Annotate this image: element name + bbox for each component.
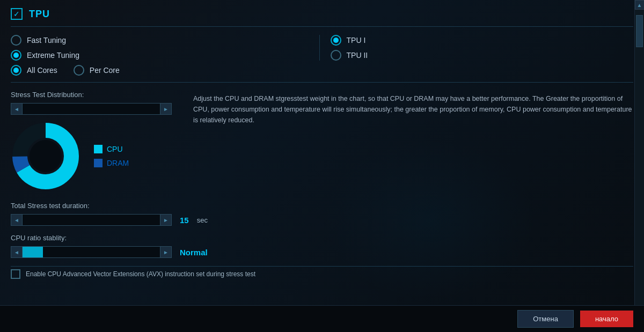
tpu-i-radio[interactable]: [331, 35, 341, 46]
arrow-right-icon-2: ►: [163, 217, 169, 223]
chart-legend: CPU DRAM: [94, 145, 129, 167]
per-core-label: Per Core: [90, 66, 120, 75]
arrow-left-icon: ◄: [14, 106, 19, 112]
chart-area: CPU DRAM: [11, 121, 182, 191]
stress-description: Adjust the CPU and DRAM stgresstest weig…: [193, 93, 633, 126]
svg-point-3: [30, 140, 62, 172]
ratio-slider-fill: [23, 247, 43, 257]
main-window: ✓ TPU Fast Tuning Extreme Tuning: [0, 0, 644, 332]
scroll-track[interactable]: [635, 10, 644, 322]
tpu-checkbox[interactable]: ✓: [11, 8, 23, 20]
check-icon: ✓: [13, 10, 20, 18]
page-title: TPU: [29, 9, 50, 20]
scrollbar[interactable]: ▲ ▼: [634, 0, 644, 332]
arrow-up-icon: ▲: [637, 2, 642, 8]
fast-tuning-radio[interactable]: [11, 35, 21, 46]
stress-test-area: Stress Test Distribution: ◄ ►: [11, 91, 633, 191]
dram-legend-color: [94, 159, 103, 167]
tpu-ii-label: TPU II: [347, 51, 368, 60]
all-cores-radio-fill: [13, 68, 19, 73]
arrow-right-icon: ►: [163, 106, 169, 112]
all-cores-radio[interactable]: [11, 65, 21, 76]
cpu-legend-item: CPU: [94, 145, 129, 153]
extreme-tuning-label: Extreme Tuning: [27, 51, 79, 60]
start-button[interactable]: начало: [580, 311, 633, 327]
slider-left-arrow[interactable]: ◄: [11, 103, 23, 115]
scroll-thumb[interactable]: [636, 15, 643, 47]
arrow-left-icon-2: ◄: [14, 217, 19, 223]
slider-track: [23, 103, 160, 115]
stress-right: Adjust the CPU and DRAM stgresstest weig…: [193, 91, 633, 191]
ratio-label: CPU ratio stablity:: [11, 234, 633, 242]
avx-checkbox-row[interactable]: Enable CPU Advanced Vector Extensions (A…: [11, 266, 633, 279]
ratio-slider-left[interactable]: ◄: [11, 246, 23, 258]
duration-unit: sec: [197, 216, 208, 224]
ratio-value: Normal: [180, 248, 208, 257]
duration-value: 15: [180, 216, 189, 225]
donut-chart: [11, 121, 80, 191]
fast-tuning-label: Fast Tuning: [27, 36, 66, 45]
cancel-button[interactable]: Отмена: [517, 310, 574, 328]
stress-left: Stress Test Distribution: ◄ ►: [11, 91, 182, 191]
extreme-tuning-radio-fill: [13, 53, 19, 58]
tpu-i-option[interactable]: TPU I: [331, 35, 634, 46]
ratio-row: ◄ ► Normal: [11, 246, 633, 258]
tpu-ii-radio[interactable]: [331, 50, 341, 61]
bottom-bar: Отмена начало: [0, 305, 644, 332]
cores-row: All Cores Per Core: [11, 65, 633, 83]
ratio-slider-right[interactable]: ►: [160, 246, 172, 258]
slider-right-arrow[interactable]: ►: [160, 103, 172, 115]
tpu-ii-option[interactable]: TPU II: [331, 50, 634, 61]
duration-slider[interactable]: ◄ ►: [11, 214, 172, 226]
duration-section: Total Stress test duration: ◄ ► 15 sec: [11, 202, 633, 226]
arrow-left-icon-3: ◄: [14, 249, 19, 255]
ratio-slider-track: [23, 246, 160, 258]
scroll-up-arrow[interactable]: ▲: [635, 0, 645, 10]
tpu-header: ✓ TPU: [11, 8, 633, 27]
stress-slider[interactable]: ◄ ►: [11, 103, 172, 115]
fast-tuning-option[interactable]: Fast Tuning: [11, 35, 314, 46]
extreme-tuning-option[interactable]: Extreme Tuning: [11, 50, 314, 61]
duration-slider-track: [23, 214, 160, 226]
ratio-section: CPU ratio stablity: ◄ ► Normal: [11, 234, 633, 258]
dram-legend-label: DRAM: [107, 159, 129, 167]
tpu-i-label: TPU I: [347, 36, 366, 45]
content-area: ✓ TPU Fast Tuning Extreme Tuning: [0, 0, 644, 332]
duration-slider-left[interactable]: ◄: [11, 214, 23, 226]
cpu-legend-color: [94, 145, 103, 153]
tuning-right-col: TPU I TPU II: [320, 35, 634, 61]
duration-row: ◄ ► 15 sec: [11, 214, 633, 226]
all-cores-option[interactable]: All Cores: [11, 65, 57, 76]
dram-legend-item: DRAM: [94, 159, 129, 167]
duration-label: Total Stress test duration:: [11, 202, 633, 210]
tpu-i-radio-fill: [333, 38, 339, 43]
per-core-option[interactable]: Per Core: [74, 65, 120, 76]
duration-slider-right[interactable]: ►: [160, 214, 172, 226]
per-core-radio[interactable]: [74, 65, 84, 76]
stress-test-label: Stress Test Distribution:: [11, 91, 182, 99]
arrow-right-icon-3: ►: [163, 249, 169, 255]
ratio-slider[interactable]: ◄ ►: [11, 246, 172, 258]
tuning-left-col: Fast Tuning Extreme Tuning: [11, 35, 320, 61]
avx-label: Enable CPU Advanced Vector Extensions (A…: [26, 270, 255, 278]
tuning-options-row: Fast Tuning Extreme Tuning TPU I: [11, 35, 633, 61]
extreme-tuning-radio[interactable]: [11, 50, 21, 61]
cpu-legend-label: CPU: [107, 145, 123, 153]
all-cores-label: All Cores: [27, 66, 57, 75]
avx-checkbox[interactable]: [11, 269, 20, 279]
